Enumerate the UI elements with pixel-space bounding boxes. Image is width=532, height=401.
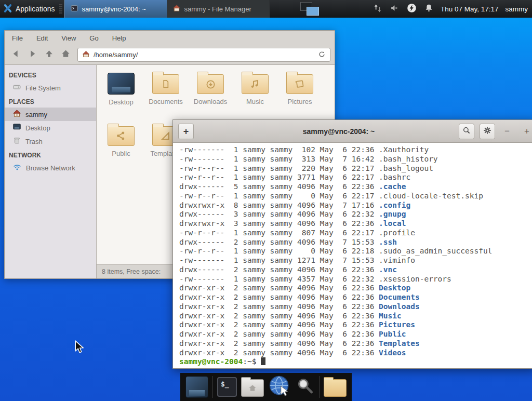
- folder-icon: [152, 74, 179, 94]
- share-glyph-icon: [108, 127, 134, 145]
- file-name: .viminfo: [379, 256, 415, 264]
- taskbar-button-1[interactable]: sammy@vnc-2004: ~: [64, 0, 167, 18]
- dock-terminal-launcher-button[interactable]: $_: [217, 377, 237, 397]
- volume-muted-button[interactable]: [390, 3, 400, 15]
- prompt-path: :~$: [243, 357, 256, 366]
- file-name: .xsession-errors: [379, 275, 451, 283]
- sidebar-item-browse-network[interactable]: Browse Network: [5, 161, 96, 175]
- taskbar-grip: [59, 4, 62, 14]
- applications-menu[interactable]: Applications: [0, 0, 59, 18]
- folder-desktop[interactable]: Desktop: [99, 70, 143, 106]
- folder-label: Documents: [149, 98, 183, 105]
- up-button[interactable]: [42, 48, 56, 62]
- file-permissions: drwxr-xr-x 2 sammy sammy 4096 May 6 22:3…: [179, 330, 379, 338]
- documents-glyph-icon: [153, 75, 179, 93]
- sidebar-item-sammy[interactable]: sammy: [5, 108, 96, 121]
- folder-documents[interactable]: Documents: [143, 70, 188, 106]
- terminal-line: -rw-r--r-- 1 sammy sammy 3771 May 6 22:1…: [179, 173, 532, 182]
- home-glyph-icon: [242, 380, 263, 396]
- terminal-window[interactable]: + sammy@vnc-2004: ~ − + -rw------- 1 sam…: [172, 119, 532, 369]
- file-permissions: drwxr-xr-x 2 sammy sammy 4096 May 6 22:3…: [179, 293, 379, 301]
- menu-file[interactable]: File: [12, 34, 23, 42]
- folder-label: Desktop: [109, 98, 134, 106]
- music-glyph-icon: [242, 75, 268, 93]
- sidebar-item-trash[interactable]: Trash: [5, 135, 96, 148]
- notifications-icon: [424, 3, 434, 15]
- folder-icon: [242, 74, 269, 94]
- dock: $_: [180, 373, 352, 401]
- maximize-button[interactable]: +: [524, 120, 529, 143]
- dock-home-folder-button[interactable]: [241, 377, 264, 397]
- back-button[interactable]: [9, 48, 23, 62]
- workspace-switcher[interactable]: [300, 2, 320, 16]
- app-finder-icon: [295, 376, 315, 398]
- terminal-titlebar[interactable]: + sammy@vnc-2004: ~ − +: [173, 120, 532, 143]
- terminal-line: -rw-r--r-- 1 sammy sammy 807 May 6 22:17…: [179, 229, 532, 238]
- home-button[interactable]: [59, 48, 73, 62]
- file-permissions: drwx------ 5 sammy sammy 4096 May 6 22:3…: [179, 182, 379, 191]
- terminal-cursor: [261, 357, 265, 365]
- downloads-glyph-icon: [197, 75, 223, 93]
- folder-downloads[interactable]: Downloads: [188, 70, 233, 106]
- terminal-title: sammy@vnc-2004: ~: [173, 120, 504, 143]
- terminal-line: drwx------ 2 sammy sammy 4096 May 6 22:3…: [179, 265, 532, 275]
- settings-button[interactable]: [480, 124, 495, 139]
- minimize-button[interactable]: −: [504, 120, 510, 143]
- terminal-line: drwxr-xr-x 2 sammy sammy 4096 May 6 22:3…: [179, 302, 532, 312]
- terminal-line: -rw------- 1 sammy sammy 102 May 6 22:36…: [179, 145, 532, 155]
- pictures-glyph-icon: [287, 75, 313, 93]
- file-manager-toolbar: /home/sammy/: [5, 45, 335, 65]
- volume-muted-icon: [390, 3, 400, 15]
- forward-button[interactable]: [25, 48, 39, 62]
- terminal-line: -rw------- 1 sammy sammy 4357 May 6 22:3…: [179, 275, 532, 284]
- dock-web-browser-button[interactable]: [268, 375, 291, 399]
- top-panel: Applications sammy@vnc-2004: ~sammy - Fi…: [0, 0, 532, 18]
- sidebar-item-file-system[interactable]: File System: [5, 81, 96, 95]
- desktop-thumbnail-icon: [108, 73, 135, 95]
- clock[interactable]: Thu 07 May, 17:17: [441, 5, 499, 13]
- home-icon: [12, 109, 21, 119]
- user-label[interactable]: sammy: [506, 5, 528, 13]
- notifications-button[interactable]: [424, 3, 434, 15]
- file-permissions: -rw-r--r-- 1 sammy sammy 220 May 6 22:17: [179, 164, 379, 172]
- power-manager-button[interactable]: [406, 3, 417, 15]
- folder-icon: [286, 74, 313, 94]
- dock-file-manager-button[interactable]: [324, 377, 347, 397]
- folder-music[interactable]: Music: [233, 70, 277, 106]
- search-button[interactable]: [459, 124, 474, 139]
- folder-public[interactable]: Public: [99, 122, 143, 157]
- menu-help[interactable]: Help: [112, 34, 126, 42]
- file-name: .profile: [379, 229, 415, 237]
- dock-show-desktop-button[interactable]: [185, 376, 208, 398]
- menu-view[interactable]: View: [61, 34, 76, 42]
- path-bar[interactable]: /home/sammy/: [77, 48, 330, 62]
- folder-label: Downloads: [194, 98, 227, 105]
- taskbar-button-2[interactable]: sammy - File Manager: [167, 0, 270, 18]
- file-permissions: drwxrwxr-x 3 sammy sammy 4096 May 6 22:3…: [179, 219, 379, 228]
- terminal-task-icon: [70, 4, 78, 14]
- terminal-output[interactable]: -rw------- 1 sammy sammy 102 May 6 22:36…: [173, 143, 532, 368]
- folder-label: Pictures: [288, 98, 312, 105]
- network-traffic-button[interactable]: [373, 3, 383, 15]
- path-text: /home/sammy/: [94, 51, 314, 59]
- dock-app-finder-button[interactable]: [295, 376, 315, 398]
- folder-label: Public: [112, 150, 130, 157]
- power-manager-icon: [406, 3, 417, 15]
- taskbar: sammy@vnc-2004: ~sammy - File Manager: [64, 0, 270, 18]
- terminal-line: drwx------ 5 sammy sammy 4096 May 6 22:3…: [179, 182, 532, 192]
- sidebar-item-label: File System: [25, 84, 61, 92]
- menu-edit[interactable]: Edit: [36, 34, 48, 42]
- file-name: Music: [379, 312, 402, 320]
- sidebar-item-desktop[interactable]: Desktop: [5, 121, 96, 135]
- folder-pictures[interactable]: Pictures: [277, 70, 322, 106]
- file-manager-sidebar: DEVICESFile SystemPLACESsammyDesktopTras…: [5, 65, 96, 278]
- file-name: .vnc: [379, 265, 397, 274]
- terminal-line: -rw------- 1 sammy sammy 313 May 7 16:42…: [179, 155, 532, 164]
- reload-button[interactable]: [318, 50, 326, 60]
- desktop[interactable]: FileEditViewGoHelp /home/sammy/ DEVICESF…: [0, 0, 532, 401]
- menu-go[interactable]: Go: [89, 34, 98, 42]
- sidebar-item-label: Desktop: [25, 124, 50, 132]
- workspace-2[interactable]: [307, 7, 319, 16]
- trash-icon: [12, 136, 21, 146]
- path-home-icon: [82, 50, 90, 60]
